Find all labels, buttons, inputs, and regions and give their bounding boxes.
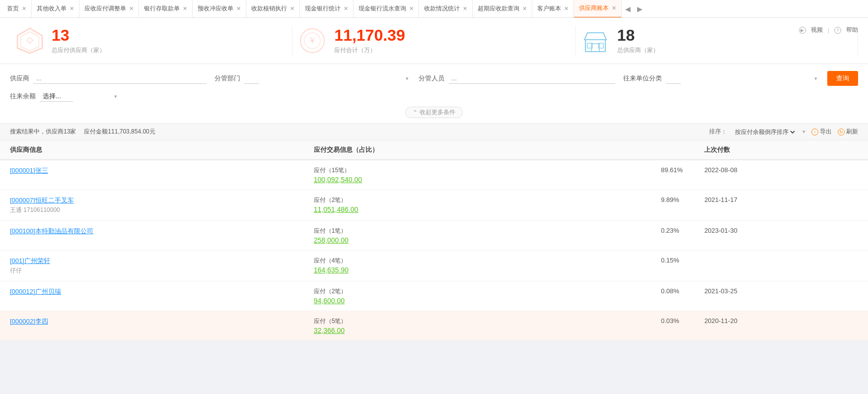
filter-row-2: 往来余额 选择... ▾: [10, 91, 858, 102]
filter-area: 供应商 分管部门 ▾ 分管人员 往来单位分类 ▾: [0, 64, 868, 124]
col-header-last-date: 上次付数: [694, 140, 868, 160]
stat-text-total-supplier: 18 总供应商（家）: [617, 27, 659, 55]
nav-tab-customer-ledger-close[interactable]: ✕: [564, 5, 569, 12]
header-stats: ◇ 13 总应付供应商（家） ¥ 11,170.39 应付合计（万）: [0, 18, 868, 64]
sort-label: 排序：: [709, 128, 727, 136]
supplier-info-cell: [000100]本特勤油品有限公司: [0, 221, 304, 251]
tx-amount-link[interactable]: 94,600.00: [314, 297, 345, 305]
nav-tab-bank-deposit-label: 银行存取款单: [144, 4, 180, 13]
refresh-button[interactable]: ↻ 刷新: [838, 128, 858, 136]
supplier-info-cell: [000012]广州贝瑞: [0, 281, 304, 311]
sort-select[interactable]: 按应付余额倒序排序: [733, 128, 796, 136]
nav-tab-cash-bank-stat-close[interactable]: ✕: [344, 5, 348, 12]
circle-video-icon: ▶: [799, 27, 806, 34]
nav-tab-ar-ap-adjust-label: 应收应付调整单: [84, 4, 126, 13]
nav-tab-prepay-ar-label: 预收冲应收单: [198, 4, 233, 13]
sort-chevron-icon: ▾: [802, 129, 805, 135]
nav-tab-prepay-ar[interactable]: 预收冲应收单 ✕: [193, 0, 246, 18]
category-filter-select[interactable]: [666, 73, 681, 84]
table-body: [000001]张三应付（15笔）100,092,540.0089.61%202…: [0, 160, 868, 341]
dept-filter-select[interactable]: [244, 73, 259, 84]
supplier-sub-info: 仔仔: [10, 266, 294, 275]
supplier-info-cell: [000001]张三: [0, 160, 304, 190]
person-filter-input[interactable]: [448, 73, 615, 84]
stat-block-ap-total: ¥ 11,170.39 应付合计（万）: [292, 26, 575, 56]
table-container: 供应商信息 应付交易信息（占比） 上次付数 [000001]张三应付（15笔）1…: [0, 140, 868, 341]
nav-tab-prepay-ar-close[interactable]: ✕: [236, 5, 241, 12]
tx-amount: 164,635.90: [314, 266, 641, 274]
supplier-table: 供应商信息 应付交易信息（占比） 上次付数 [000001]张三应付（15笔）1…: [0, 140, 868, 341]
nav-tab-overdue-ar-query-close[interactable]: ✕: [522, 5, 527, 12]
collapse-bar: ⌃ 收起更多条件: [10, 107, 858, 118]
dept-filter-select-wrap: ▾: [244, 73, 411, 84]
nav-tab-cash-bank-stat[interactable]: 现金银行统计 ✕: [300, 0, 354, 18]
nav-right-arrow[interactable]: ▶: [634, 0, 646, 18]
person-filter-label: 分管人员: [419, 74, 444, 83]
tx-amount-link[interactable]: 11,051,486.00: [314, 205, 359, 213]
nav-left-arrow[interactable]: ◀: [622, 0, 634, 18]
supplier-link[interactable]: [001]广州荣轩: [10, 257, 50, 264]
nav-tab-collection-verify[interactable]: 收款核销执行 ✕: [246, 0, 300, 18]
nav-tab-home[interactable]: 首页 ✕: [2, 0, 32, 18]
export-label: 导出: [820, 128, 832, 136]
table-row: [000001]张三应付（15笔）100,092,540.0089.61%202…: [0, 160, 868, 190]
tx-amount-link[interactable]: 164,635.90: [314, 266, 349, 274]
nav-tab-supplier-ledger[interactable]: 供应商账本 ✕: [574, 0, 622, 18]
collapse-button[interactable]: ⌃ 收起更多条件: [405, 107, 463, 118]
tx-amount-link[interactable]: 32,366.00: [314, 327, 345, 334]
tx-info-cell: 应付（5笔）32,366.00: [304, 311, 651, 341]
col-header-tx: 应付交易信息（占比）: [304, 140, 651, 160]
supplier-link[interactable]: [000001]张三: [10, 167, 48, 174]
supplier-link[interactable]: [000007]恒旺二手叉车: [10, 197, 74, 204]
supplier-link[interactable]: [000012]广州贝瑞: [10, 288, 61, 295]
supplier-link[interactable]: [000002]李四: [10, 318, 48, 325]
nav-tab-bank-deposit-close[interactable]: ✕: [183, 5, 187, 12]
nav-tab-collection-stat-close[interactable]: ✕: [463, 5, 467, 12]
collapse-chevron-icon: ⌃: [413, 109, 418, 116]
nav-tab-collection-stat[interactable]: 收款情况统计 ✕: [419, 0, 473, 18]
stat-block-supplier-payable: ◇ 13 总应付供应商（家）: [10, 26, 292, 56]
nav-tab-collection-verify-close[interactable]: ✕: [290, 5, 294, 12]
stat-number-total-supplier: 18: [617, 27, 659, 44]
dept-filter-label: 分管部门: [215, 74, 240, 83]
svg-text:◇: ◇: [26, 35, 33, 45]
filter-item-supplier: 供应商: [10, 73, 207, 84]
export-button[interactable]: ↑ 导出: [811, 128, 832, 136]
table-row: [000002]李四应付（5笔）32,366.000.03%2020-11-20: [0, 311, 868, 341]
tx-label: 应付（4笔）: [314, 257, 641, 265]
help-link[interactable]: 帮助: [846, 26, 858, 34]
nav-tab-ar-ap-adjust-close[interactable]: ✕: [129, 5, 134, 12]
tx-amount-link[interactable]: 258,000.00: [314, 236, 349, 244]
tx-label: 应付（2笔）: [314, 196, 641, 204]
filter-item-dept: 分管部门 ▾: [215, 73, 411, 84]
category-filter-label: 往来单位分类: [623, 74, 662, 83]
supplier-link[interactable]: [000100]本特勤油品有限公司: [10, 227, 93, 235]
balance-filter-select[interactable]: 选择...: [40, 91, 73, 102]
tx-label: 应付（1笔）: [314, 227, 641, 235]
stat-number-supplier-payable: 13: [52, 27, 105, 44]
tx-amount: 94,600.00: [314, 297, 641, 305]
tx-percent-cell: 0.23%: [651, 221, 694, 251]
category-chevron-icon: ▾: [814, 75, 817, 82]
balance-filter-label: 往来余额: [10, 92, 36, 101]
nav-tab-bank-deposit[interactable]: 银行存取款单 ✕: [139, 0, 193, 18]
nav-tab-ar-ap-adjust[interactable]: 应收应付调整单 ✕: [79, 0, 139, 18]
svg-text:¥: ¥: [310, 36, 315, 45]
last-date-cell: 2021-03-25: [694, 281, 868, 311]
last-date-cell: 2023-01-30: [694, 221, 868, 251]
video-link[interactable]: 视频: [811, 26, 823, 34]
supplier-filter-input[interactable]: [33, 73, 207, 84]
nav-tab-cash-flow-query-label: 现金银行流水查询: [359, 4, 406, 13]
nav-tab-other-income-close[interactable]: ✕: [70, 5, 74, 12]
nav-tab-supplier-ledger-close[interactable]: ✕: [612, 5, 616, 11]
nav-tab-home-close[interactable]: ✕: [22, 5, 26, 12]
col-header-percent: [651, 140, 694, 160]
nav-tab-cash-flow-query-close[interactable]: ✕: [409, 5, 414, 12]
nav-tab-cash-flow-query[interactable]: 现金银行流水查询 ✕: [354, 0, 419, 18]
tx-amount-link[interactable]: 100,092,540.00: [314, 176, 362, 184]
nav-tab-customer-ledger[interactable]: 客户账本 ✕: [532, 0, 574, 18]
nav-tab-other-income[interactable]: 其他收入单 ✕: [32, 0, 79, 18]
query-button[interactable]: 查询: [827, 71, 858, 86]
last-date-cell: [694, 251, 868, 281]
nav-tab-overdue-ar-query[interactable]: 超期应收款查询 ✕: [473, 0, 532, 18]
